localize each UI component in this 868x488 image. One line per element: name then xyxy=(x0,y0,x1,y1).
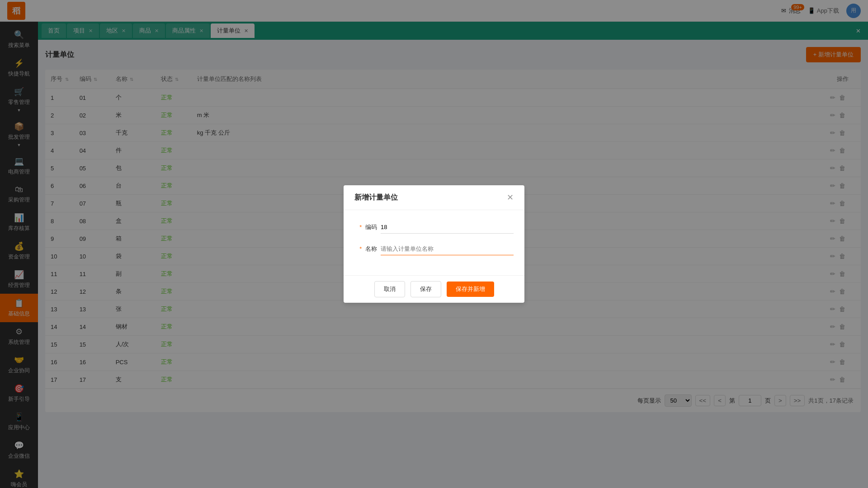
form-name-item: * 名称 xyxy=(354,243,514,255)
form-code-label: * 编码 xyxy=(354,223,377,231)
code-required-mark: * xyxy=(359,224,362,230)
add-unit-modal: 新增计量单位 ✕ * 编码 * 名称 取消 保存 保存并新增 xyxy=(344,185,524,303)
modal-overlay: 新增计量单位 ✕ * 编码 * 名称 取消 保存 保存并新增 xyxy=(0,0,868,488)
name-input[interactable] xyxy=(381,243,514,255)
modal-close-btn[interactable]: ✕ xyxy=(507,192,514,202)
modal-body: * 编码 * 名称 xyxy=(344,210,524,275)
modal-footer: 取消 保存 保存并新增 xyxy=(344,275,524,303)
code-input[interactable] xyxy=(381,221,514,234)
modal-title: 新增计量单位 xyxy=(354,193,398,202)
save-and-new-button[interactable]: 保存并新增 xyxy=(447,282,494,297)
form-code-item: * 编码 xyxy=(354,221,514,234)
save-button[interactable]: 保存 xyxy=(410,281,441,297)
modal-header: 新增计量单位 ✕ xyxy=(344,185,524,210)
name-required-mark: * xyxy=(359,245,362,252)
cancel-button[interactable]: 取消 xyxy=(374,281,405,297)
form-name-label: * 名称 xyxy=(354,245,377,253)
